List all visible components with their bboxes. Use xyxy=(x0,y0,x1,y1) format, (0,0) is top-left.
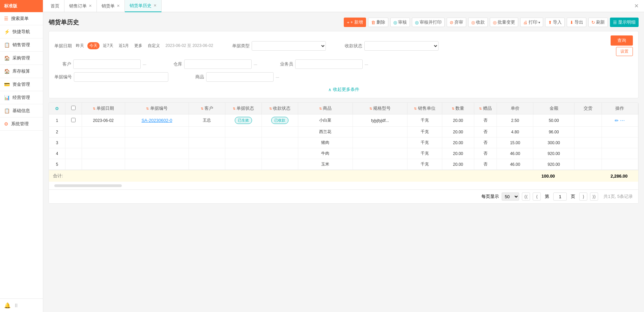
sidebar-item-purchase-mgmt[interactable]: 🏠 采购管理 xyxy=(0,52,43,65)
close-sales-history-icon[interactable]: ✕ xyxy=(153,3,157,8)
product-picker-icon[interactable]: ··· xyxy=(276,75,279,80)
staff-input[interactable] xyxy=(295,59,363,69)
sidebar-item-sales-mgmt[interactable]: 📋 销售管理 xyxy=(0,38,43,52)
scroll-area[interactable] xyxy=(49,182,638,189)
cell-check[interactable] xyxy=(65,148,82,159)
pause-icon[interactable]: ⏸ xyxy=(13,303,19,309)
customer-input[interactable] xyxy=(73,59,141,69)
import-button[interactable]: ⬆ 导入 xyxy=(545,18,565,27)
col-no[interactable]: ⇅ 单据编号 xyxy=(125,103,189,114)
horizontal-scrollbar[interactable] xyxy=(54,184,122,187)
warehouse-input[interactable] xyxy=(184,59,252,69)
sidebar-item-quick-nav[interactable]: ⚡ 快捷导航 xyxy=(0,25,43,38)
cell-check[interactable] xyxy=(65,137,82,148)
col-check[interactable] xyxy=(65,103,82,114)
more-icon[interactable]: ⋯ xyxy=(620,118,625,123)
export-button[interactable]: ⬇ 导出 xyxy=(567,18,586,27)
col-settings[interactable]: ⚙ xyxy=(49,103,65,114)
per-page-select[interactable]: 50 100 200 xyxy=(502,192,519,201)
staff-picker-icon[interactable]: ··· xyxy=(365,62,368,67)
doc-no-input[interactable] xyxy=(74,72,168,82)
sidebar-item-inventory[interactable]: 🏠 库存核算 xyxy=(0,65,43,78)
doc-no-link[interactable]: SA-20230602-0 xyxy=(141,118,172,123)
customer-picker-icon[interactable]: ··· xyxy=(143,62,146,67)
edit-icon[interactable]: ✏ xyxy=(615,118,619,123)
doc-type-select[interactable] xyxy=(252,41,326,51)
col-pay-status[interactable]: ⇅ 收款状态 xyxy=(261,103,298,114)
refresh-button[interactable]: ↻ 刷新 xyxy=(588,18,608,27)
collapse-button[interactable]: ∧ 收起更多条件 xyxy=(54,85,633,94)
prev-page-button[interactable]: ⟨ xyxy=(533,192,541,201)
shortcut-more[interactable]: 更多 xyxy=(132,42,144,49)
col-status[interactable]: ⇅ 单据状态 xyxy=(225,103,261,114)
shortcut-today[interactable]: 今天 xyxy=(87,42,100,49)
sidebar-item-ops-mgmt[interactable]: 📊 经营管理 xyxy=(0,91,43,104)
cell-pay-status xyxy=(261,148,298,159)
tab-sales-history[interactable]: 销货单历史 ✕ xyxy=(125,0,162,12)
cell-pay-status: 已收款 xyxy=(261,114,298,127)
col-product[interactable]: ⇅ 商品 xyxy=(298,103,353,114)
close-sales-goods-icon[interactable]: ✕ xyxy=(117,4,120,8)
new-button[interactable]: + + 新增 xyxy=(344,18,366,27)
collect-button[interactable]: ◎ 收款 xyxy=(468,18,488,27)
print-button[interactable]: 🖨 打印 ▾ xyxy=(520,18,543,27)
col-price: 单价 xyxy=(497,103,533,114)
col-spec[interactable]: ⇅ 规格型号 xyxy=(353,103,407,114)
cell-customer xyxy=(189,159,225,170)
sidebar-item-search-menu[interactable]: ☰ 搜索菜单 xyxy=(0,12,43,25)
cell-check[interactable] xyxy=(65,127,82,137)
last-page-button[interactable]: ⟩⟩ xyxy=(590,192,598,201)
warehouse-picker-icon[interactable]: ··· xyxy=(254,62,257,67)
table-row: 5 玉米 千克 20.00 否 46.00 920.00 xyxy=(49,159,638,170)
sidebar-item-label: 库存核算 xyxy=(12,68,30,74)
base-info-icon: 📋 xyxy=(4,108,10,113)
sidebar-item-sys-mgmt[interactable]: ⚙ 系统管理 xyxy=(0,118,43,131)
sidebar-item-label: 快捷导航 xyxy=(12,29,30,35)
filter-row-1: 单据日期 昨天 今天 近7天 近1月 更多 自定义 2023-06-02 至 2… xyxy=(54,35,633,56)
filter-section: 单据日期 昨天 今天 近7天 近1月 更多 自定义 2023-06-02 至 2… xyxy=(49,31,639,98)
query-button[interactable]: 查询 xyxy=(611,35,633,46)
sidebar-item-base-info[interactable]: 📋 基础信息 xyxy=(0,104,43,118)
shortcut-7days[interactable]: 近7天 xyxy=(101,42,115,49)
row-checkbox[interactable] xyxy=(71,118,76,122)
tab-home[interactable]: 首页 xyxy=(46,0,64,12)
col-qty[interactable]: ⇅ 数量 xyxy=(442,103,474,114)
col-gift[interactable]: ⇅ 赠品 xyxy=(474,103,497,114)
page-header: 销货单历史 + + 新增 🗑 删除 ◎ 审核 ◎ 审核并打印 xyxy=(49,18,639,27)
delete-button[interactable]: 🗑 删除 xyxy=(368,18,388,27)
cell-check[interactable] xyxy=(65,114,82,127)
pay-status-select[interactable] xyxy=(364,41,439,51)
cell-trade xyxy=(574,114,601,127)
cell-price: 46.00 xyxy=(497,148,533,159)
chevron-up-icon: ∧ xyxy=(328,87,332,92)
shortcut-1month[interactable]: 近1月 xyxy=(117,42,131,49)
col-date[interactable]: ⇅ 单据日期 xyxy=(82,103,125,114)
col-unit[interactable]: ⇅ 销售单位 xyxy=(407,103,442,114)
footer-total: 100.00 2,286.00 xyxy=(73,174,634,179)
cell-check[interactable] xyxy=(65,159,82,170)
show-detail-button[interactable]: ☰ 显示明细 xyxy=(610,18,639,27)
shortcut-custom[interactable]: 自定义 xyxy=(146,42,162,49)
notification-icon[interactable]: 🔔 xyxy=(4,302,11,309)
next-page-button[interactable]: ⟩ xyxy=(579,192,587,201)
select-all-checkbox[interactable] xyxy=(71,106,76,110)
close-all-tabs-icon[interactable]: ✕ xyxy=(632,3,641,9)
tab-sales-order[interactable]: 销售订单 ✕ xyxy=(64,0,97,12)
cell-qty: 20.00 xyxy=(442,137,474,148)
cell-price: 4.80 xyxy=(497,127,533,137)
audit-print-button[interactable]: ◎ 审核并打印 xyxy=(412,18,445,27)
abandon-button[interactable]: ⊘ 弃审 xyxy=(447,18,466,27)
shortcut-yesterday[interactable]: 昨天 xyxy=(74,42,86,49)
first-page-button[interactable]: ⟨⟨ xyxy=(522,192,530,201)
filter-product: 商品 ··· xyxy=(187,72,279,82)
audit-button[interactable]: ◎ 审核 xyxy=(390,18,410,27)
table-settings-icon[interactable]: ⚙ xyxy=(55,106,59,111)
col-customer[interactable]: ⇅ 客户 xyxy=(189,103,225,114)
sidebar-item-finance[interactable]: 💳 资金管理 xyxy=(0,78,43,91)
close-sales-order-icon[interactable]: ✕ xyxy=(89,4,92,8)
page-number-input[interactable] xyxy=(553,192,567,201)
tab-sales-goods[interactable]: 销货单 ✕ xyxy=(97,0,125,12)
set-button[interactable]: 设置 xyxy=(616,47,633,56)
batch-change-button[interactable]: ◎ 批量变更 xyxy=(490,18,518,27)
product-input[interactable] xyxy=(206,72,274,82)
